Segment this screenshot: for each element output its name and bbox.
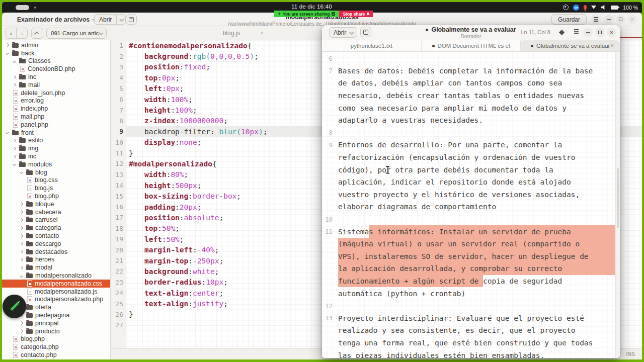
tree-item-estilo[interactable]: estilo — [2, 137, 110, 145]
tree-item-modalpersonalizado.css[interactable]: modalpersonalizado.css — [2, 280, 110, 288]
expander-icon[interactable] — [6, 43, 9, 47]
expander-icon[interactable] — [20, 258, 23, 261]
save-button[interactable]: Guardar — [551, 14, 587, 25]
forward-button[interactable]: › — [17, 28, 28, 39]
tree-item-categoria[interactable]: categoria — [2, 224, 110, 232]
restore-button[interactable] — [595, 28, 605, 37]
expander-icon[interactable] — [6, 131, 9, 134]
tree-item-Classes[interactable]: Classes — [2, 57, 110, 65]
open-recent-dropdown[interactable] — [117, 14, 126, 25]
tab-DOM Document HTML es el[interactable]: DOM Document HTML es el — [422, 40, 521, 51]
tree-item-admin[interactable]: admin — [2, 41, 110, 49]
tree-item-error.log[interactable]: error.log — [2, 97, 110, 105]
expander-icon[interactable] — [13, 139, 16, 142]
tree-item-back[interactable]: back — [2, 49, 110, 57]
new-tab-button[interactable] — [360, 27, 371, 37]
up-button[interactable] — [31, 28, 43, 39]
expander-icon[interactable] — [20, 218, 23, 222]
settings-button[interactable] — [557, 28, 566, 36]
close-tab-icon[interactable]: × — [260, 30, 264, 37]
tree-item-descargo[interactable]: descargo — [2, 240, 110, 248]
expander-icon[interactable] — [13, 155, 16, 158]
tree-item-blog.js[interactable]: blog.js — [2, 184, 110, 192]
tree-item-modalpersonalizado.js[interactable]: modalpersonalizado.js — [2, 288, 110, 296]
expander-icon[interactable] — [20, 274, 23, 277]
minimize-button[interactable] — [583, 28, 593, 37]
expander-icon[interactable] — [13, 75, 16, 79]
expander-icon[interactable] — [13, 59, 16, 63]
cursor-position-label[interactable]: Ln 11, Col 8 — [521, 29, 550, 35]
tree-item-img[interactable]: img — [2, 144, 110, 152]
tree-item-carrusel[interactable]: carrusel — [2, 216, 110, 224]
tree-item-mail.php[interactable]: mail.php — [2, 113, 110, 121]
expander-icon[interactable] — [20, 250, 23, 253]
tree-item-modal[interactable]: modal — [2, 263, 110, 272]
clock[interactable]: 11 de dic 16:40 — [291, 4, 332, 10]
tree-item-blog[interactable]: blog — [2, 168, 110, 176]
expander-icon[interactable] — [20, 266, 23, 269]
expander-icon[interactable] — [6, 51, 9, 55]
volume-icon[interactable] — [601, 5, 606, 10]
scrollbar[interactable] — [615, 52, 620, 358]
open-split-button[interactable]: Abrir — [94, 14, 126, 25]
expander-icon[interactable] — [13, 147, 16, 150]
tree-item-contacto[interactable]: contacto — [2, 232, 110, 240]
back-button[interactable]: ‹ — [6, 28, 17, 39]
expander-icon[interactable] — [20, 329, 23, 333]
text-segment: código), por otra parte debéis documenta… — [338, 163, 553, 176]
tree-item-producto[interactable]: producto — [2, 327, 110, 335]
tree-item-index.php[interactable]: index.php — [2, 105, 110, 113]
tree-item-mail[interactable]: mail — [2, 81, 110, 89]
tab-pythonclase1.txt[interactable]: pythonclase1.txt — [322, 40, 422, 51]
tree-item-blog.php[interactable]: blog.php — [2, 192, 110, 200]
open-button[interactable]: Abrir — [329, 27, 357, 38]
tree-item-contacto.php[interactable]: contacto.php — [2, 351, 110, 359]
close-button[interactable]: × — [607, 28, 616, 37]
tree-item-inc[interactable]: inc — [2, 152, 110, 160]
obs-icon[interactable] — [563, 5, 569, 10]
minimize-button[interactable] — [604, 15, 614, 24]
location-dropdown[interactable]: 091-Cargo un articulo d... — [46, 28, 107, 39]
microphone-icon[interactable] — [584, 5, 587, 10]
new-tab-button[interactable] — [126, 14, 137, 25]
menu-button[interactable] — [574, 29, 579, 34]
expander-icon[interactable] — [20, 242, 23, 245]
restore-button[interactable] — [616, 15, 625, 24]
tree-item-modulos[interactable]: modulos — [2, 160, 110, 168]
tab-Globalmente se va a evaluar[interactable]: Globalmente se va a evaluar× — [521, 40, 620, 51]
tree-item-front[interactable]: front — [2, 129, 110, 137]
close-button[interactable]: × — [627, 15, 637, 24]
tree-item-heroes[interactable]: heroes — [2, 256, 110, 264]
open-button[interactable]: Abrir — [94, 14, 117, 25]
zoom-app-icon[interactable]: zm — [573, 5, 579, 11]
activities-pill[interactable] — [16, 5, 29, 10]
stop-share-button[interactable]: Stop share — [339, 11, 373, 17]
system-tray[interactable]: zm 100 % — [563, 2, 638, 13]
tree-item-destacados[interactable]: destacados — [2, 248, 110, 256]
tree-item-delete_json.php[interactable]: delete_json.php — [2, 89, 110, 97]
expander-icon[interactable] — [20, 226, 23, 230]
close-tab-icon[interactable]: × — [610, 42, 614, 49]
scrollbar-thumb[interactable] — [617, 168, 619, 228]
tree-item-ConexionBD.php[interactable]: ConexionBD.php — [2, 65, 110, 73]
expander-icon[interactable] — [20, 234, 23, 237]
tree-item-cabecera[interactable]: cabecera — [2, 208, 110, 216]
tree-item-bloque[interactable]: bloque — [2, 200, 110, 208]
expander-icon[interactable] — [20, 170, 23, 174]
expander-icon[interactable] — [13, 83, 16, 86]
tree-item-principal[interactable]: principal — [2, 319, 110, 327]
overlay-text-area[interactable]: 67Bases de datos: Debéis completar la in… — [322, 52, 620, 358]
tree-item-blog.css[interactable]: blog.css — [2, 176, 110, 185]
annotation-fab-button[interactable] — [3, 295, 26, 318]
expander-icon[interactable] — [13, 162, 16, 166]
tree-item-modalpersonalizado[interactable]: modalpersonalizado — [2, 272, 110, 280]
tree-item-panel.php[interactable]: panel.php — [2, 121, 110, 129]
tree-item-blog.php[interactable]: blog.php — [2, 335, 110, 343]
menu-button[interactable] — [591, 15, 601, 24]
tree-item-inc[interactable]: inc — [2, 73, 110, 81]
expander-icon[interactable] — [20, 321, 23, 325]
expander-icon[interactable] — [20, 202, 23, 206]
network-icon[interactable] — [591, 6, 596, 9]
tree-item-categoria.php[interactable]: categoria.php — [2, 343, 110, 351]
expander-icon[interactable] — [20, 210, 23, 214]
